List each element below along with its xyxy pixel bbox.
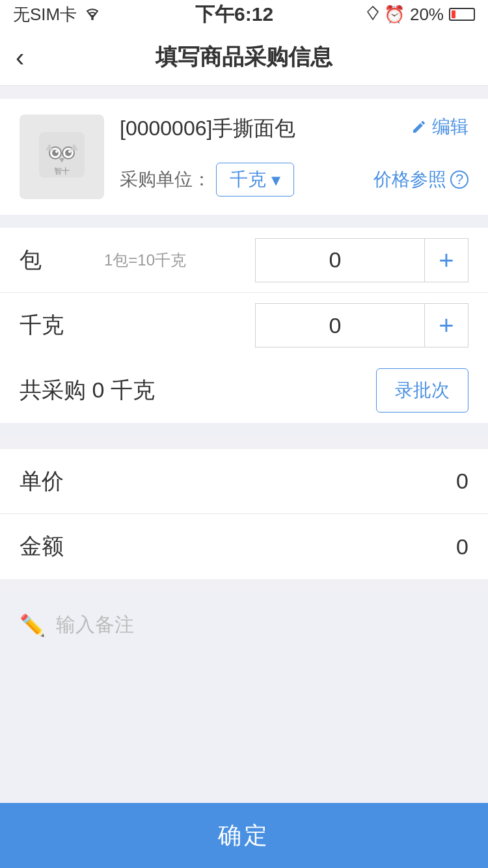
section-divider-1 xyxy=(0,215,488,228)
owl-logo-icon: 智十 xyxy=(39,132,85,182)
bag-plus-button[interactable]: + xyxy=(424,238,468,282)
input-section: 包 1包=10千克 + 千克 + xyxy=(0,228,488,358)
price-section: 单价 0 金额 0 xyxy=(0,449,488,579)
help-icon: ? xyxy=(450,170,468,189)
back-button[interactable]: ‹ xyxy=(16,44,24,70)
amount-label: 金额 xyxy=(20,532,64,562)
product-name: [0000006]手撕面包 xyxy=(120,115,295,143)
svg-point-6 xyxy=(55,150,58,153)
edit-button[interactable]: 编辑 xyxy=(411,115,468,139)
carrier-label: 无SIM卡 xyxy=(13,3,77,26)
product-code: [0000006] xyxy=(120,116,212,140)
unit-price-label: 单价 xyxy=(20,467,64,496)
product-info: [0000006]手撕面包 编辑 采购单位： 千克 ▾ 价格参照 ? xyxy=(120,115,468,197)
bag-number-box: + xyxy=(255,238,468,282)
price-ref-label: 价格参照 xyxy=(373,167,446,192)
unit-select[interactable]: 千克 ▾ xyxy=(216,163,294,197)
product-unit-row: 采购单位： 千克 ▾ 价格参照 ? xyxy=(120,163,468,197)
pencil-icon: ✏️ xyxy=(20,613,46,638)
edit-label: 编辑 xyxy=(432,115,468,139)
wifi-icon xyxy=(83,5,102,25)
status-right: ⏰ 20% xyxy=(367,5,475,25)
product-card: 智十 [0000006]手撕面包 编辑 采购单位： 千克 ▾ xyxy=(0,99,488,215)
alarm-icon: ⏰ xyxy=(384,5,405,25)
summary-text: 共采购 0 千克 xyxy=(20,375,155,405)
product-thumbnail: 智十 xyxy=(39,132,85,182)
unit-value: 千克 xyxy=(230,167,266,192)
bag-input-row: 包 1包=10千克 + xyxy=(0,228,488,293)
kg-input[interactable] xyxy=(255,303,424,347)
svg-point-0 xyxy=(91,18,94,20)
location-icon xyxy=(367,5,379,25)
status-left: 无SIM卡 xyxy=(13,3,102,26)
page-title: 填写商品采购信息 xyxy=(156,42,332,72)
kg-input-row: 千克 + xyxy=(0,293,488,358)
unit-dropdown-icon: ▾ xyxy=(271,169,280,191)
product-header: [0000006]手撕面包 编辑 xyxy=(120,115,468,143)
kg-number-box: + xyxy=(255,303,468,347)
amount-value: 0 xyxy=(456,534,468,560)
section-divider-2 xyxy=(0,423,488,436)
svg-text:智十: 智十 xyxy=(54,167,70,176)
svg-point-4 xyxy=(52,150,59,156)
svg-point-7 xyxy=(68,150,71,153)
unit-price-row: 单价 0 xyxy=(0,449,488,514)
unit-price-value: 0 xyxy=(456,468,468,494)
remark-placeholder: 输入备注 xyxy=(56,612,134,638)
status-bar: 无SIM卡 下午6:12 ⏰ 20% xyxy=(0,0,488,29)
battery-percent: 20% xyxy=(410,5,444,25)
amount-row: 金额 0 xyxy=(0,514,488,579)
product-title: 手撕面包 xyxy=(212,116,295,140)
price-ref-button[interactable]: 价格参照 ? xyxy=(373,167,468,192)
unit-label: 采购单位： xyxy=(120,167,211,192)
svg-point-5 xyxy=(65,150,72,156)
bag-label: 包 xyxy=(20,245,98,275)
summary-row: 共采购 0 千克 录批次 xyxy=(0,358,488,423)
bag-input[interactable] xyxy=(255,238,424,282)
kg-plus-button[interactable]: + xyxy=(424,303,468,347)
product-image: 智十 xyxy=(20,115,104,199)
kg-label: 千克 xyxy=(20,310,98,340)
confirm-button[interactable]: 确定 xyxy=(0,803,488,868)
bag-unit-label: 1包=10千克 xyxy=(104,250,186,271)
batch-button[interactable]: 录批次 xyxy=(376,368,468,413)
remark-section[interactable]: ✏️ 输入备注 xyxy=(0,592,488,658)
battery-icon xyxy=(449,8,475,21)
nav-bar: ‹ 填写商品采购信息 xyxy=(0,29,488,86)
status-time: 下午6:12 xyxy=(195,1,273,28)
